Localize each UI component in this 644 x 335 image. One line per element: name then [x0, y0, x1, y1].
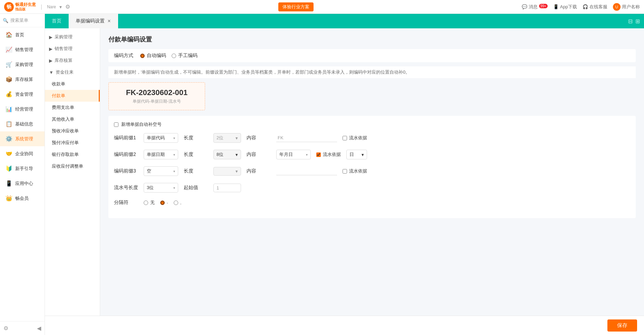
sec-group-inventory[interactable]: ▶ 库存核算 — [45, 55, 100, 66]
example-desc: 单据代码-单据日期-流水号 — [116, 99, 198, 104]
serial3-checkbox[interactable]: 流水依据 — [343, 168, 367, 174]
sec-item-expense[interactable]: 费用支出单 — [45, 102, 100, 113]
content-area: ▶ 采购管理 ▶ 销售管理 ▶ 库存核算 ▼ 资金往来 收款单 付款单 费用支出… — [45, 28, 644, 316]
sidebar-item-inventory[interactable]: 📦 库存核算 — [0, 72, 45, 87]
logo-text: 畅通好生意 指品版 — [15, 2, 36, 11]
sec-item-bank[interactable]: 银行存取款单 — [45, 149, 100, 160]
sec-item-adjust[interactable]: 应收应付调整单 — [45, 160, 100, 172]
chevron-right-icon: ▶ — [49, 35, 52, 40]
sep-dash-input[interactable] — [160, 201, 165, 205]
length1-select[interactable]: 2位 ▾ — [213, 133, 241, 143]
tab-maximize-icon[interactable]: ⊞ — [635, 18, 640, 25]
separator-label: 分隔符 — [114, 199, 138, 206]
settings-bottom-icon[interactable]: ⚙ — [3, 325, 8, 332]
tab-code-settings[interactable]: 单据编码设置 ✕ — [69, 14, 118, 28]
serial-length-row: 流水号长度 3位 ▾ 起始值 — [114, 183, 630, 193]
manual-code-radio[interactable]: 手工编码 — [172, 53, 198, 59]
sidebar-item-purchase[interactable]: 🛒 采购管理 — [0, 57, 45, 72]
autofill-checkbox[interactable] — [114, 122, 118, 127]
sidebar-search[interactable]: 🔍 搜索菜单 — [0, 14, 45, 27]
length1-label: 长度 — [184, 135, 208, 141]
logo-area: 畅 畅通好生意 指品版 — [4, 2, 36, 12]
serial3-checkbox-input[interactable] — [343, 169, 347, 174]
prefix3-select[interactable]: 空 ▾ — [144, 166, 178, 176]
sec-item-advance-recv[interactable]: 预收冲应收单 — [45, 125, 100, 137]
sec-item-advance-pay[interactable]: 预付冲应付单 — [45, 137, 100, 149]
sidebar-item-operations[interactable]: 📊 经营管理 — [0, 102, 45, 117]
sec-group-purchase[interactable]: ▶ 采购管理 — [45, 31, 100, 43]
sidebar-item-app-center[interactable]: 📱 应用中心 — [0, 176, 45, 191]
trial-button-area: 体验行业方案 — [278, 2, 314, 11]
online-service-area[interactable]: 🎧 在线客服 — [583, 4, 607, 10]
app-download-icon: 📱 — [553, 4, 559, 9]
sidebar-item-guide[interactable]: 🔰 新手引导 — [0, 161, 45, 176]
message-badge: 99+ — [539, 4, 548, 8]
sec-group-capital[interactable]: ▼ 资金往来 — [45, 66, 100, 78]
length2-select[interactable]: 8位 ▾ — [213, 150, 241, 159]
sidebar-item-enterprise[interactable]: 🤝 企业协同 — [0, 146, 45, 161]
sec-item-receipt[interactable]: 收款单 — [45, 78, 100, 90]
serial1-checkbox-input[interactable] — [343, 136, 347, 140]
sec-item-other-income[interactable]: 其他收入单 — [45, 113, 100, 125]
length3-select[interactable]: ▾ — [213, 167, 241, 176]
prefix1-select[interactable]: 单据代码 ▾ — [144, 133, 178, 143]
sec-item-payment[interactable]: 付款单 — [45, 90, 100, 102]
auto-code-radio[interactable]: 自动编码 — [140, 53, 166, 59]
sidebar-bottom: ⚙ ◀ — [0, 321, 45, 335]
content3-input[interactable] — [276, 167, 337, 175]
content1-input[interactable] — [276, 134, 337, 142]
trial-button[interactable]: 体验行业方案 — [278, 2, 314, 11]
manual-code-input[interactable] — [172, 54, 176, 58]
purchase-icon: 🛒 — [6, 61, 12, 68]
code-method-radio-group: 自动编码 手工编码 — [140, 53, 198, 59]
prefix2-select[interactable]: 单据日期 ▾ — [144, 150, 178, 159]
sidebar-item-home[interactable]: 🏠 首页 — [0, 27, 45, 42]
sidebar-item-sales[interactable]: 📈 销售管理 — [0, 42, 45, 57]
serial-length-select[interactable]: 3位 ▾ — [144, 183, 178, 193]
serial2-unit-select[interactable]: 日 ▾ — [346, 150, 367, 159]
content3-label: 内容 — [247, 168, 271, 174]
content2-select[interactable]: 年月日 ▾ — [276, 150, 311, 159]
sidebar-item-basic-info[interactable]: 📋 基础信息 — [0, 117, 45, 131]
company-name: Nare — [47, 4, 56, 9]
tab-close-icon[interactable]: ✕ — [107, 19, 111, 24]
prefix3-label: 编码前缀3 — [114, 168, 138, 174]
logo-icon: 畅 — [4, 2, 14, 12]
start-value-label: 起始值 — [184, 185, 208, 191]
prefix3-row: 编码前缀3 空 ▾ 长度 ▾ 内容 — [114, 166, 630, 176]
example-box: FK-20230602-001 单据代码-单据日期-流水号 — [108, 82, 205, 110]
sep-none-input[interactable] — [144, 201, 148, 205]
main-layout: 🔍 搜索菜单 🏠 首页 📈 销售管理 🛒 采购管理 📦 库存核算 💰 — [0, 14, 644, 335]
prefix2-arrow-icon: ▾ — [173, 153, 175, 157]
sep-dash-radio[interactable]: · — [160, 200, 168, 205]
auto-code-input[interactable] — [140, 54, 145, 58]
settings-icon[interactable]: ⚙ — [65, 3, 70, 10]
serial2-checkbox[interactable]: 流水依据 — [316, 151, 341, 158]
collapse-icon[interactable]: ◀ — [37, 325, 41, 332]
sidebar-item-system[interactable]: ⚙️ 系统管理 — [0, 131, 45, 146]
tab-home[interactable]: 首页 — [45, 14, 69, 28]
sidebar-item-membership[interactable]: 👑 畅会员 — [0, 191, 45, 206]
sep-dot-input[interactable] — [174, 201, 178, 205]
membership-icon: 👑 — [6, 195, 12, 202]
sidebar-item-finance[interactable]: 💰 资金管理 — [0, 87, 45, 102]
serial1-checkbox[interactable]: 流水依据 — [343, 135, 367, 141]
settings-section: 新增单据自动补空号 编码前缀1 单据代码 ▾ 长度 2位 ▾ — [108, 116, 636, 218]
sep-none-radio[interactable]: 无 — [144, 199, 155, 206]
sec-group-sales[interactable]: ▶ 销售管理 — [45, 43, 100, 55]
app-download-area[interactable]: 📱 App下载 — [553, 4, 577, 10]
sep-dot-radio[interactable]: . — [174, 200, 182, 205]
start-value-input[interactable] — [213, 184, 241, 192]
tab-minimize-icon[interactable]: ⊟ — [628, 18, 633, 25]
serial-length-label: 流水号长度 — [114, 185, 138, 191]
dropdown-arrow-icon[interactable]: ▾ — [59, 4, 62, 10]
home-icon: 🏠 — [6, 31, 12, 38]
chevron-right-icon2: ▶ — [49, 46, 52, 52]
serial2-checkbox-input[interactable] — [316, 152, 321, 157]
user-area[interactable]: U 用户名称 — [613, 3, 640, 11]
prefix2-label: 编码前缀2 — [114, 151, 138, 158]
finance-icon: 💰 — [6, 91, 12, 97]
save-button[interactable]: 保存 — [607, 319, 637, 332]
prefix3-arrow-icon: ▾ — [173, 169, 175, 173]
message-icon-area[interactable]: 💬 消息 99+ — [522, 4, 548, 10]
